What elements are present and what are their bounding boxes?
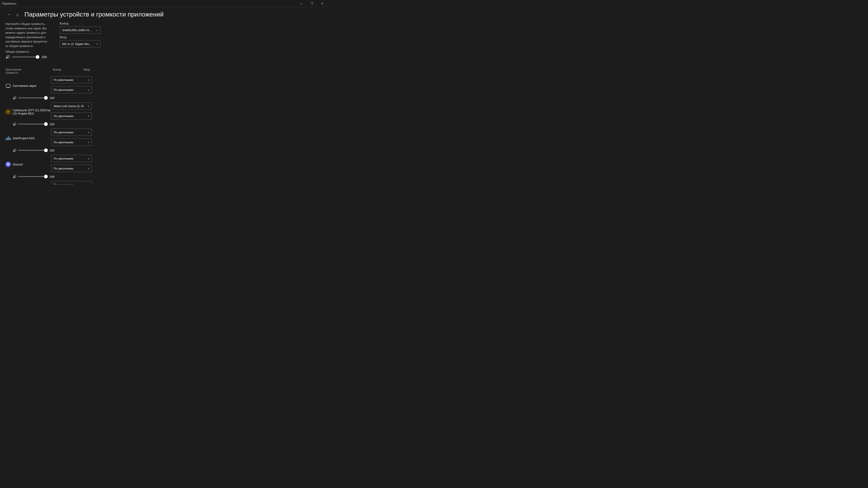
input-label: Ввод [60,35,324,39]
app-icon [5,162,11,167]
col-app-line2: Громкость [5,71,53,74]
app-dropdowns: По умолчанию ∨ По умолчанию ∨ [51,181,92,185]
app-volume-value: 100 [50,96,56,100]
dropdown-arrow: ∨ [88,115,89,117]
col-input-header: Ввод [84,68,90,74]
output-selected: SAMSUNG (AMD Hi... [62,29,91,32]
settings-body: Настройте общую громкость, чтобы изменит… [0,20,329,61]
app-icon: CP [5,109,11,115]
col-app-header: Приложение Громкость [5,68,53,74]
master-volume-label: Общая громкость [5,50,51,53]
app-volume-row: 🔊 100 [13,149,324,152]
app-output-value: Wave Link Game (3- El [54,104,84,108]
app-name: Cyberpunk 2077 (C) 2020 by CD Projekt RE… [13,108,51,115]
input-dropdown[interactable]: Mic In (3- Elgato Wa... ∨ [60,40,100,47]
dropdown-arrow: ∨ [88,184,89,185]
app-row: Системные звуки По умолчанию ∨ По умолча… [5,76,324,100]
restore-button[interactable]: ❐ [307,0,317,7]
app-dropdowns: Wave Link Game (3- El ∨ По умолчанию ∨ [51,102,92,121]
app-volume-row: 🔊 100 [13,96,324,100]
bars-icon [6,136,11,140]
description-text: Настройте общую громкость, чтобы изменит… [5,22,51,48]
app-volume-icon: 🔊 [13,149,17,152]
left-description: Настройте общую громкость, чтобы изменит… [5,22,51,59]
app-input-dropdown[interactable]: По умолчанию ∨ [51,112,92,120]
back-button[interactable]: ← [5,11,13,18]
master-volume-row: 🔊 100 [5,55,51,59]
page-title: Параметры устройств и громкости приложен… [24,11,164,18]
app-dropdowns: По умолчанию ∨ По умолчанию ∨ [51,155,92,174]
master-volume-icon: 🔊 [5,55,10,59]
discord-icon [5,162,11,167]
app-output-value: По умолчанию [54,183,73,185]
app-output-dropdown[interactable]: По умолчанию ∨ [51,181,92,185]
app-icon [5,135,11,141]
app-output-dropdown[interactable]: По умолчанию ∨ [51,155,92,162]
dropdown-arrow: ∨ [88,105,89,107]
app-row-top: Discord По умолчанию ∨ По умолчанию ∨ [5,181,324,185]
app-volume-value: 100 [50,175,56,178]
input-selected: Mic In (3- Elgato Wa... [62,42,91,46]
app-output-value: По умолчанию [54,157,73,160]
app-icon [5,83,11,88]
monitor-icon [6,84,10,88]
master-volume-slider[interactable] [12,57,39,57]
app-volume-slider[interactable] [18,150,48,151]
dropdown-arrow: ∨ [88,131,89,134]
dropdown-arrow: ∨ [88,167,89,170]
app-row-top: CP Cyberpunk 2077 (C) 2020 by CD Projekt… [5,102,324,121]
col-output-header: Вывод [53,68,61,74]
header-row: ← ⌂ Параметры устройств и громкости прил… [0,7,329,20]
app-rows-container: Системные звуки По умолчанию ∨ По умолча… [5,76,324,185]
app-volume-icon: 🔊 [13,175,17,178]
app-volume-value: 100 [50,149,56,152]
app-input-dropdown[interactable]: По умолчанию ∨ [51,86,92,93]
app-input-value: По умолчанию [54,140,73,144]
col-app-line1: Приложение [5,68,53,71]
app-row-top: DarkProject-KD3 По умолчанию ∨ По умолча… [5,129,324,148]
app-input-value: По умолчанию [54,115,73,118]
title-bar: Параметры — ❐ ✕ [0,0,329,7]
title-bar-text: Параметры [2,2,296,5]
app-dropdowns: По умолчанию ∨ По умолчанию ∨ [51,129,92,148]
app-volume-row: 🔊 100 [13,175,324,178]
dropdown-arrow: ∨ [88,157,89,160]
app-output-dropdown[interactable]: По умолчанию ∨ [51,76,92,84]
app-input-dropdown[interactable]: По умолчанию ∨ [51,138,92,146]
app-volume-value: 100 [50,123,56,126]
app-list: Приложение Громкость Вывод Ввод Системны… [0,68,329,185]
input-arrow: ∨ [96,43,98,45]
app-row: DarkProject-KD3 По умолчанию ∨ По умолча… [5,129,324,152]
app-volume-slider[interactable] [18,97,48,98]
app-output-dropdown[interactable]: Wave Link Game (3- El ∨ [51,102,92,110]
app-row: Discord По умолчанию ∨ По умолчанию ∨ 🔊 … [5,181,324,185]
app-list-header: Приложение Громкость Вывод Ввод [5,68,324,74]
app-row: CP Cyberpunk 2077 (C) 2020 by CD Projekt… [5,102,324,126]
app-row: Discord По умолчанию ∨ По умолчанию ∨ 🔊 … [5,155,324,178]
app-output-dropdown[interactable]: По умолчанию ∨ [51,129,92,136]
app-volume-slider[interactable] [18,176,48,177]
cyberpunk-icon: CP [5,109,11,115]
dropdown-arrow: ∨ [88,79,89,81]
right-panel: Вывод SAMSUNG (AMD Hi... ∨ Ввод Mic In (… [60,22,324,59]
app-name: DarkProject-KD3 [13,136,51,140]
minimize-button[interactable]: — [296,0,307,7]
app-dropdowns: По умолчанию ∨ По умолчанию ∨ [51,76,92,95]
app-name: Системные звуки [13,84,51,88]
app-output-value: По умолчанию [54,78,73,82]
app-row-top: Системные звуки По умолчанию ∨ По умолча… [5,76,324,95]
app-volume-icon: 🔊 [13,122,17,126]
master-volume-value: 100 [41,55,49,59]
app-volume-slider[interactable] [18,124,48,125]
app-output-value: По умолчанию [54,131,73,134]
app-input-dropdown[interactable]: По умолчанию ∨ [51,165,92,172]
app-volume-row: 🔊 100 [13,122,324,126]
app-input-value: По умолчанию [54,167,73,170]
app-row-top: Discord По умолчанию ∨ По умолчанию ∨ [5,155,324,174]
title-bar-controls: — ❐ ✕ [296,0,328,7]
dropdown-arrow: ∨ [88,89,89,91]
main-content: ← ⌂ Параметры устройств и громкости прил… [0,7,329,185]
dropdown-arrow: ∨ [88,141,89,143]
close-button[interactable]: ✕ [317,0,328,7]
output-dropdown[interactable]: SAMSUNG (AMD Hi... ∨ [60,27,100,34]
